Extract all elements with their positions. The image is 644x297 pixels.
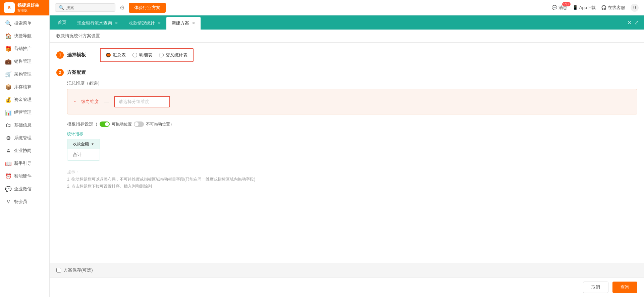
radio-summary-input[interactable] [106, 53, 111, 57]
quick-nav-icon: 🏠 [5, 33, 11, 39]
sidebar-item-member[interactable]: V 畅会员 [0, 195, 49, 208]
template-select-box: 汇总表 明细表 交叉统计表 [100, 48, 194, 62]
radio-summary-label: 汇总表 [113, 52, 126, 58]
basic-icon: 🗂 [5, 122, 11, 128]
radio-group-template: 汇总表 明细表 交叉统计表 [106, 52, 187, 58]
main-area: 🔍 ⚙ 体验行业方案 💬 消息 99+ 📱 App下载 🎧 在线客服 U [50, 0, 644, 297]
tab-close-receipt[interactable]: ✕ [158, 21, 161, 26]
gear-icon[interactable]: ⚙ [119, 4, 125, 11]
sidebar-item-guide[interactable]: 📖 新手引导 [0, 157, 49, 170]
sidebar-item-label: 经营管理 [14, 109, 32, 115]
sidebar-item-corp[interactable]: 🖥 企业协同 [0, 144, 49, 157]
sidebar-item-label: 企业协同 [14, 148, 32, 154]
step1-header: 1 选择模板 汇总表 明细表 [56, 48, 637, 62]
sidebar-item-marketing[interactable]: 🎁 营销推广 [0, 42, 49, 55]
radio-detail-input[interactable] [132, 53, 137, 57]
tab-new-plan[interactable]: 新建方案 ✕ [166, 17, 201, 30]
header-right: 💬 消息 99+ 📱 App下载 🎧 在线客服 U [552, 4, 639, 12]
message-button[interactable]: 💬 消息 99+ [552, 5, 567, 11]
step2-header: 2 方案配置 [56, 69, 637, 76]
tab-close-bank[interactable]: ✕ [115, 21, 118, 26]
sidebar-item-label: 畅会员 [14, 199, 27, 205]
search-input[interactable] [66, 5, 106, 10]
tips-line1: 1. 拖动标题栏可以调整布局，不可跨维度或指标区域拖动栏目字段(只能在同一维度或… [67, 176, 637, 183]
radio-detail[interactable]: 明细表 [132, 52, 152, 58]
toggle-draggable[interactable] [100, 121, 110, 127]
industry-button[interactable]: 体验行业方案 [129, 3, 166, 13]
save-checkbox[interactable] [56, 268, 61, 273]
radio-cross[interactable]: 交叉统计表 [159, 52, 187, 58]
content-area: 收款情况统计方案设置 1 选择模板 汇总表 [50, 30, 644, 277]
sidebar-item-inventory[interactable]: 📦 库存核算 [0, 81, 49, 93]
tab-label: 收款情况统计 [129, 20, 155, 26]
finance-icon: 💰 [5, 97, 11, 103]
guide-icon: 📖 [5, 160, 11, 166]
sidebar-item-operation[interactable]: 📊 经营管理 [0, 106, 49, 119]
sidebar-item-label: 基础信息 [14, 122, 32, 128]
user-avatar[interactable]: U [631, 4, 639, 12]
purchase-icon: 🛒 [5, 71, 11, 77]
sidebar-item-sales[interactable]: 💼 销售管理 [0, 55, 49, 68]
logo-text: 畅捷通好生 标准版 [17, 3, 39, 13]
sidebar-item-hardware[interactable]: ⏰ 智能硬件 [0, 170, 49, 183]
sidebar-item-basic[interactable]: 🗂 基础信息 [0, 119, 49, 132]
save-label: 方案保存(可选) [64, 267, 93, 273]
sidebar-item-label: 采购管理 [14, 71, 32, 77]
tab-close-new-plan[interactable]: ✕ [192, 21, 195, 26]
close-window-icon[interactable]: ✕ [627, 19, 632, 26]
radio-cross-label: 交叉统计表 [166, 52, 187, 58]
maximize-icon[interactable]: ⤢ [634, 19, 639, 26]
search-icon: 🔍 [59, 5, 64, 10]
tab-bank-flow[interactable]: 现金银行流水查询 ✕ [72, 17, 123, 30]
config-body: 汇总维度（必选） * 纵向维度 — 请选择分组维度 [67, 80, 637, 190]
app-download-button[interactable]: 📱 App下载 [573, 5, 596, 11]
query-button[interactable]: 查询 [612, 282, 637, 293]
toggle-draggable-label: 可拖动位置 [112, 121, 132, 127]
vertical-dimension-label: 纵向维度 [81, 99, 99, 105]
badge-count: 99+ [562, 2, 571, 6]
radio-summary[interactable]: 汇总表 [106, 52, 126, 58]
radio-cross-input[interactable] [159, 53, 164, 57]
marketing-icon: 🎁 [5, 46, 11, 52]
sales-icon: 💼 [5, 58, 11, 64]
dimension-select[interactable]: 请选择分组维度 [114, 96, 170, 107]
tab-bar-end: ✕ ⤢ [627, 15, 641, 30]
service-icon: 🎧 [601, 5, 606, 10]
hardware-icon: ⏰ [5, 173, 11, 179]
metrics-table: 收款金额 ▼ 合计 [67, 139, 100, 161]
sidebar-item-label: 搜索菜单 [14, 20, 32, 26]
step2-number: 2 [56, 69, 64, 76]
arrow-icon: — [104, 99, 109, 104]
toggle-non-draggable[interactable] [134, 121, 144, 127]
step2-title: 方案配置 [67, 69, 86, 76]
top-header: 🔍 ⚙ 体验行业方案 💬 消息 99+ 📱 App下载 🎧 在线客服 U [50, 0, 644, 15]
tab-receipt-stat[interactable]: 收款情况统计 ✕ [123, 17, 166, 30]
tab-label: 新建方案 [172, 20, 189, 26]
metrics-sub-label: 合计 [73, 152, 82, 158]
corp-icon: 🖥 [5, 148, 11, 154]
step1-section: 1 选择模板 汇总表 明细表 [56, 48, 637, 62]
sidebar: B 畅捷通好生 标准版 🔍 搜索菜单 🏠 快捷导航 🎁 营销推广 💼 销售管理 … [0, 0, 50, 297]
dimension-row: * 纵向维度 — 请选择分组维度 [74, 96, 630, 107]
dropdown-icon[interactable]: ▼ [91, 142, 94, 146]
tab-home[interactable]: 首页 [52, 15, 72, 30]
wechat-icon: 💬 [5, 186, 11, 192]
sidebar-item-wechat[interactable]: 💬 企业微信 [0, 183, 49, 195]
radio-detail-label: 明细表 [139, 52, 152, 58]
sidebar-item-purchase[interactable]: 🛒 采购管理 [0, 68, 49, 81]
member-icon: V [5, 199, 11, 205]
sidebar-item-finance[interactable]: 💰 资金管理 [0, 93, 49, 106]
sidebar-item-quick-nav[interactable]: 🏠 快捷导航 [0, 30, 49, 42]
metrics-table-header-row[interactable]: 收款金额 ▼ [67, 139, 100, 149]
step1-title: 选择模板 [67, 52, 86, 58]
sidebar-item-label: 资金管理 [14, 97, 32, 103]
header-search[interactable]: 🔍 [55, 3, 115, 12]
sidebar-item-search-menu[interactable]: 🔍 搜索菜单 [0, 17, 49, 30]
sidebar-item-label: 快捷导航 [14, 33, 32, 39]
sidebar-item-system[interactable]: ⚙ 系统管理 [0, 132, 49, 144]
page-body: 1 选择模板 汇总表 明细表 [50, 43, 644, 263]
metrics-table-cell-total: 合计 [67, 149, 100, 160]
service-button[interactable]: 🎧 在线客服 [601, 5, 625, 11]
cancel-button[interactable]: 取消 [583, 282, 608, 293]
sidebar-item-label: 系统管理 [14, 135, 32, 141]
